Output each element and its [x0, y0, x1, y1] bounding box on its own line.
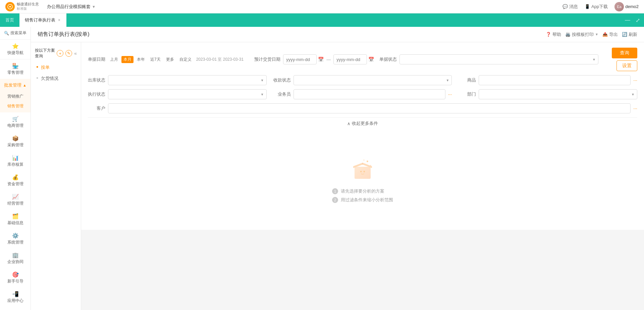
- collapse-icon: «: [74, 51, 77, 56]
- sidebar-item-purchase-label: 采购管理: [7, 142, 23, 148]
- exec-status-cell: 执行状态 ▼: [88, 89, 267, 99]
- sidebar-item-quick-nav[interactable]: ⭐ 快捷导航: [0, 40, 31, 59]
- sidebar-sub-item-sales[interactable]: 销售管理: [0, 101, 31, 111]
- add-icon: +: [59, 51, 61, 56]
- sub-panel-item-receivable[interactable]: • 欠货情况: [31, 73, 81, 84]
- out-status-select[interactable]: [108, 75, 267, 85]
- calendar-end-icon[interactable]: 📅: [368, 57, 374, 62]
- shortcut-last-month[interactable]: 上月: [108, 56, 120, 63]
- app-download-button[interactable]: 📱 App下载: [585, 4, 608, 10]
- sub-panel-collapse-button[interactable]: «: [74, 51, 77, 56]
- logo-name: 畅捷通好生意: [17, 2, 39, 6]
- status-select-wrap: ▼: [399, 54, 598, 64]
- empty-step-1: 1 请先选择要分析的方案: [332, 188, 393, 194]
- query-button[interactable]: 查询: [612, 48, 637, 58]
- purchase-icon: 📦: [12, 135, 19, 142]
- user-area[interactable]: Ea demo2: [614, 2, 639, 11]
- sidebar-item-finance[interactable]: 💰 资金管理: [0, 171, 31, 190]
- product-dots-icon[interactable]: ···: [633, 78, 637, 83]
- sub-panel-item-order[interactable]: • 按单: [31, 62, 81, 73]
- retail-icon: 🏪: [12, 63, 19, 69]
- main-content: 销售订单执行表(按单) ❓ 帮助 🖨️ 按模板打印 ▼ 📤 导出 🔄 刷新: [31, 27, 644, 310]
- breadcrumb[interactable]: 办公用品行业模拟账套 ▼: [47, 4, 96, 10]
- filter-container: 单据日期 上月 本月 本年 近7天 更多 自定义 2023-03-01 至 20…: [81, 42, 644, 129]
- sidebar-item-basic[interactable]: 🗂️ 基础信息: [0, 210, 31, 229]
- exec-status-select[interactable]: [108, 89, 267, 99]
- top-header: 畅捷通好生意 标准版 办公用品行业模拟账套 ▼ 💬 消息 📱 App下载 Ea …: [0, 0, 644, 13]
- shortcut-this-month[interactable]: 本月: [121, 56, 133, 63]
- status-select[interactable]: [399, 54, 598, 64]
- sidebar-item-retail[interactable]: 🏪 零售管理: [0, 59, 31, 79]
- collect-status-select[interactable]: [293, 75, 452, 85]
- salesman-dots-icon[interactable]: ···: [448, 92, 452, 97]
- sidebar-item-enterprise[interactable]: 🏢 企业协同: [0, 249, 31, 268]
- expected-date-start-wrap: 📅: [283, 54, 324, 64]
- message-button[interactable]: 💬 消息: [562, 4, 578, 10]
- tab-expand-button[interactable]: ⤢: [634, 16, 641, 25]
- page-actions: ❓ 帮助 🖨️ 按模板打印 ▼ 📤 导出 🔄 刷新: [546, 32, 637, 38]
- sidebar-search[interactable]: 🔍 搜索菜单: [0, 27, 31, 40]
- export-label: 导出: [609, 32, 618, 38]
- calendar-start-icon[interactable]: 📅: [318, 57, 324, 62]
- tab-sales-order[interactable]: 销售订单执行表 ×: [19, 13, 66, 27]
- setting-button[interactable]: 设置: [616, 60, 637, 71]
- shortcut-more[interactable]: 更多: [164, 56, 176, 63]
- order-active-icon: •: [36, 64, 38, 71]
- shortcut-last-7-days[interactable]: 近7天: [148, 56, 163, 63]
- svg-point-6: [363, 171, 365, 172]
- breadcrumb-chevron: ▼: [92, 5, 96, 9]
- product-input[interactable]: [479, 75, 631, 85]
- tab-close-button[interactable]: ×: [57, 17, 61, 23]
- sidebar-sub-item-marketing[interactable]: 营销推广: [0, 92, 31, 101]
- message-label: 消息: [569, 4, 578, 10]
- refresh-button[interactable]: 🔄 刷新: [622, 32, 637, 38]
- salesman-input[interactable]: [293, 89, 445, 99]
- sidebar-item-wholesale[interactable]: 批发管理 ▲: [0, 79, 31, 92]
- customer-input[interactable]: [108, 103, 631, 113]
- sidebar-item-operations[interactable]: 📈 经营管理: [0, 190, 31, 210]
- top-header-left: 畅捷通好生意 标准版 办公用品行业模拟账套 ▼: [5, 2, 96, 11]
- breadcrumb-text: 办公用品行业模拟账套: [47, 4, 91, 10]
- print-button[interactable]: 🖨️ 按模板打印 ▼: [565, 32, 598, 38]
- export-button[interactable]: 📤 导出: [602, 32, 618, 38]
- filter-expected-date-group: 预计交货日期 📅 — 📅: [254, 54, 374, 64]
- sidebar-item-purchase[interactable]: 📦 采购管理: [0, 132, 31, 151]
- out-status-select-wrap: ▼: [108, 75, 267, 85]
- help-button[interactable]: ❓ 帮助: [546, 32, 561, 38]
- sidebar-item-system[interactable]: ⚙️ 系统管理: [0, 229, 31, 249]
- avatar: Ea: [614, 2, 624, 11]
- tab-home[interactable]: 首页: [0, 13, 19, 27]
- tab-home-label: 首页: [5, 17, 14, 23]
- customer-dots-icon[interactable]: ···: [633, 106, 637, 111]
- edit-icon: ✎: [67, 51, 70, 56]
- expected-date-end-input[interactable]: [333, 54, 367, 64]
- print-icon: 🖨️: [565, 32, 571, 37]
- dept-select[interactable]: [479, 89, 637, 99]
- sidebar-item-wechat[interactable]: 💬 企业微信: [0, 307, 31, 310]
- page-title: 销售订单执行表(按单): [38, 31, 90, 38]
- step-2-num: 2: [332, 197, 338, 203]
- sidebar-item-inventory[interactable]: 📊 库存核算: [0, 151, 31, 171]
- sidebar-item-ecommerce[interactable]: 🛒 电商管理: [0, 112, 31, 132]
- sub-panel-add-button[interactable]: +: [57, 50, 63, 57]
- exec-status-select-wrap: ▼: [108, 89, 267, 99]
- enterprise-icon: 🏢: [12, 252, 19, 258]
- shortcut-custom[interactable]: 自定义: [177, 56, 194, 63]
- filter-date-group: 单据日期 上月 本月 本年 近7天 更多 自定义 2023-03-01 至 20…: [88, 56, 244, 63]
- app-body: 🔍 搜索菜单 ⭐ 快捷导航 🏪 零售管理 批发管理 ▲ 营销推广 销售管理 🛒 …: [0, 27, 644, 310]
- logo-area: 畅捷通好生意 标准版: [5, 2, 39, 11]
- filter-collapse-button[interactable]: ∧ 收起更多条件: [88, 117, 637, 129]
- quick-nav-icon: ⭐: [12, 43, 19, 49]
- sidebar-item-finance-label: 资金管理: [7, 181, 23, 187]
- wholesale-arrow-icon: ▲: [23, 83, 26, 87]
- svg-point-2: [367, 161, 368, 162]
- top-header-right: 💬 消息 📱 App下载 Ea demo2: [562, 2, 639, 11]
- product-cell: 商品 ···: [459, 75, 637, 85]
- shortcut-this-year[interactable]: 本年: [135, 56, 147, 63]
- expected-date-start-input[interactable]: [283, 54, 317, 64]
- sidebar-item-guide[interactable]: 🎯 新手引导: [0, 268, 31, 288]
- system-icon: ⚙️: [12, 232, 19, 239]
- tab-collapse-button[interactable]: —: [624, 16, 632, 24]
- sidebar-item-app-center[interactable]: 📲 应用中心: [0, 288, 31, 307]
- sub-panel-edit-button[interactable]: ✎: [65, 50, 72, 57]
